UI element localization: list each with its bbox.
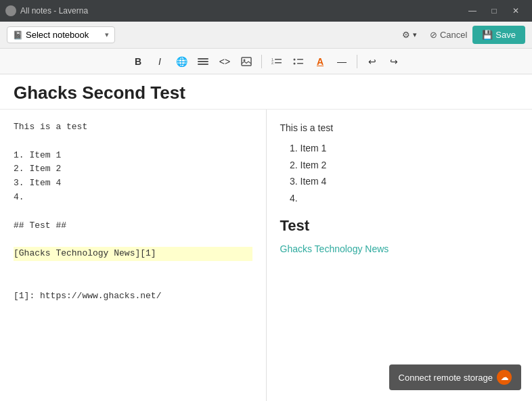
bold-button[interactable]: B	[129, 52, 148, 71]
preview-link[interactable]: Ghacks Technology News	[280, 243, 389, 254]
maximize-button[interactable]: □	[483, 0, 505, 22]
svg-rect-3	[242, 57, 251, 66]
svg-rect-12	[297, 63, 303, 64]
svg-rect-0	[198, 58, 208, 60]
save-icon: 💾	[482, 30, 493, 40]
preview-list: Item 1 Item 2 Item 4	[280, 141, 519, 206]
note-title[interactable]: Ghacks Second Test	[0, 74, 532, 110]
notebook-label: Select notebook	[26, 30, 89, 40]
ordered-list-button[interactable]: 1. 2.	[267, 52, 286, 71]
close-button[interactable]: ✕	[505, 0, 527, 22]
title-bar-title: All notes - Laverna	[20, 6, 88, 16]
cancel-label: Cancel	[440, 30, 467, 40]
blockquote-button[interactable]	[194, 52, 213, 71]
editor-line-list3: 3. Item 4	[14, 176, 252, 191]
svg-rect-2	[198, 64, 208, 65]
list-item: Item 4	[301, 174, 519, 189]
svg-rect-8	[275, 62, 282, 64]
toolbar-divider-1	[261, 55, 262, 68]
svg-point-4	[244, 59, 246, 61]
preview-pane: This is a test Item 1 Item 2 Item 4 Test…	[267, 110, 533, 401]
link-text-part: [Ghacks Technology News]	[14, 248, 140, 258]
code-button[interactable]: <>	[215, 52, 234, 71]
notebook-selector[interactable]: 📓 Select notebook ▾	[7, 26, 115, 43]
redo-button[interactable]: ↪	[384, 52, 403, 71]
settings-button[interactable]: ⚙ ▾	[395, 26, 424, 44]
notebook-arrow-icon: ▾	[105, 30, 109, 39]
list-item: Item 1	[301, 141, 519, 156]
cloud-icon: ☁	[497, 370, 512, 385]
window-controls: — □ ✕	[462, 0, 527, 22]
markdown-editor[interactable]: This is a test 1. Item 1 2. Item 2 3. It…	[0, 110, 267, 401]
minimize-button[interactable]: —	[462, 0, 483, 22]
top-toolbar: 📓 Select notebook ▾ ⚙ ▾ ⊘ Cancel 💾 Save	[0, 22, 532, 49]
editor-line-list4: 4.	[14, 191, 252, 205]
cancel-icon: ⊘	[430, 30, 437, 40]
format-toolbar: B I 🌐 <> 1. 2.	[0, 49, 532, 74]
link-ref-part: [1]	[140, 248, 156, 258]
cancel-button[interactable]: ⊘ Cancel	[430, 30, 467, 40]
svg-rect-10	[297, 59, 303, 60]
undo-button[interactable]: ↩	[363, 52, 382, 71]
svg-point-11	[294, 62, 296, 64]
font-color-button[interactable]: A	[311, 52, 330, 71]
unordered-list-button[interactable]	[289, 52, 308, 71]
title-bar: All notes - Laverna — □ ✕	[0, 0, 532, 22]
list-item: Item 2	[301, 158, 519, 172]
main-content: Ghacks Second Test This is a test 1. Ite…	[0, 74, 532, 401]
svg-rect-6	[275, 59, 282, 60]
svg-rect-1	[198, 61, 208, 62]
app-container: 📓 Select notebook ▾ ⚙ ▾ ⊘ Cancel 💾 Save …	[0, 22, 532, 401]
editor-line-1: This is a test	[14, 120, 252, 135]
toolbar-divider-2	[357, 55, 357, 68]
save-button[interactable]: 💾 Save	[472, 26, 525, 44]
editor-line-link: [Ghacks Technology News][1]	[14, 247, 252, 261]
save-label: Save	[495, 30, 516, 40]
svg-text:2.: 2.	[271, 61, 274, 65]
svg-point-9	[294, 58, 296, 60]
app-icon	[5, 5, 16, 16]
toolbar-right: ⚙ ▾ ⊘ Cancel 💾 Save	[395, 26, 525, 44]
settings-arrow-icon: ▾	[413, 30, 417, 39]
hr-button[interactable]: —	[332, 52, 351, 71]
editor-line-heading: ## Test ##	[14, 219, 252, 233]
italic-button[interactable]: I	[150, 52, 169, 71]
connect-storage-button[interactable]: Connect remote storage ☁	[389, 364, 521, 390]
preview-intro: This is a test	[280, 120, 519, 135]
settings-icon: ⚙	[402, 30, 410, 40]
link-button[interactable]: 🌐	[172, 52, 191, 71]
notebook-icon: 📓	[13, 30, 23, 40]
editor-line-link-def: [1]: https://www.ghacks.net/	[14, 289, 252, 304]
editor-line-list2: 2. Item 2	[14, 162, 252, 176]
image-button[interactable]	[237, 52, 256, 71]
editor-line-list1: 1. Item 1	[14, 149, 252, 163]
editor-area: This is a test 1. Item 1 2. Item 2 3. It…	[0, 110, 532, 401]
list-item	[301, 191, 519, 206]
connect-storage-label: Connect remote storage	[399, 373, 493, 383]
preview-heading: Test	[280, 214, 519, 237]
